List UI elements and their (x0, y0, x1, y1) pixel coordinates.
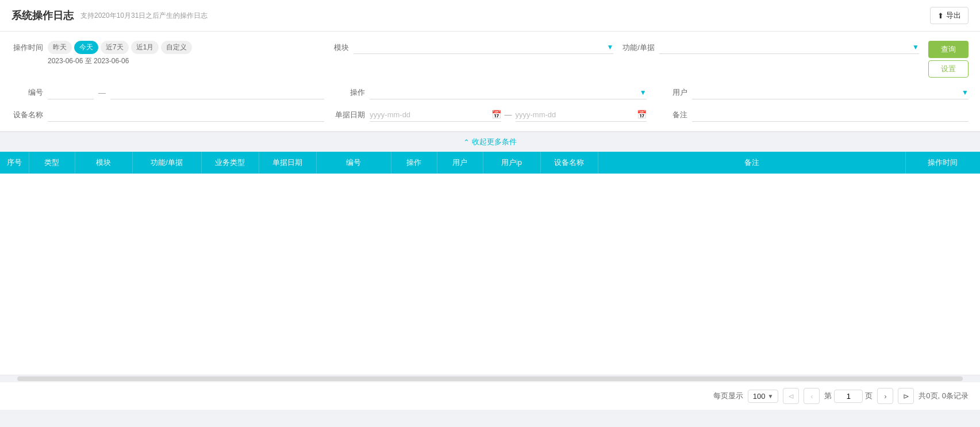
op-time-filter: 操作时间 昨天 今天 近7天 近1月 自定义 2023-06-06 至 2023… (11, 41, 308, 66)
date-from-box: yyyy-mm-dd 📅 (370, 107, 501, 122)
user-chevron-icon: ▼ (962, 89, 969, 97)
func-chevron-icon: ▼ (912, 43, 919, 51)
first-page-button[interactable]: ⊲ (783, 388, 799, 404)
operation-filter: 操作 ▼ (333, 86, 646, 99)
filter-row-2: 编号 — 操作 ▼ 用户 ▼ (11, 86, 969, 99)
user-filter: 用户 ▼ (656, 86, 969, 99)
last-page-button[interactable]: ⊳ (898, 388, 914, 404)
time-range-text: 2023-06-06 至 2023-06-06 (48, 57, 129, 65)
page-number-input[interactable] (834, 390, 863, 403)
user-select[interactable]: ▼ (692, 86, 969, 99)
page-size-value: 100 (753, 392, 766, 401)
col-func: 功能/单据 (132, 152, 201, 174)
code-filter: 编号 — (11, 86, 324, 99)
page-size-chevron-icon: ▼ (767, 393, 773, 399)
module-label: 模块 (317, 43, 349, 53)
device-input[interactable] (48, 108, 324, 122)
scrollbar-area[interactable] (0, 375, 980, 382)
operation-label: 操作 (333, 87, 365, 98)
func-filter: 功能/单据 ▼ (622, 41, 919, 54)
remark-input[interactable] (692, 108, 969, 122)
date-dash: — (505, 110, 512, 119)
total-info: 共0页, 0条记录 (918, 391, 969, 401)
next-page-button[interactable]: › (877, 388, 893, 404)
module-select[interactable]: ▼ (353, 41, 614, 54)
page-size-select[interactable]: 100 ▼ (748, 390, 779, 403)
page-label: 第 (824, 391, 832, 401)
device-filter: 设备名称 (11, 108, 324, 122)
func-select[interactable]: ▼ (659, 41, 919, 54)
collapse-label: 收起更多条件 (472, 137, 517, 147)
table-header-row: 序号 类型 模块 功能/单据 业务类型 单据日期 编号 操作 用户 用户ip 设… (0, 152, 980, 174)
col-remark: 备注 (598, 152, 905, 174)
shortcut-yesterday[interactable]: 昨天 (48, 41, 72, 54)
calendar-from-icon[interactable]: 📅 (491, 110, 501, 119)
pagination-bar: 每页显示 100 ▼ ⊲ ‹ 第 页 › ⊳ 共0页, 0条记录 (0, 382, 980, 410)
page-subtitle: 支持2020年10月31日之后产生的操作日志 (80, 11, 207, 21)
scrollbar-track (17, 376, 963, 381)
calendar-to-icon[interactable]: 📅 (637, 110, 647, 119)
export-button[interactable]: ⬆ 导出 (930, 7, 969, 24)
voucher-date-filter: 单据日期 yyyy-mm-dd 📅 — yyyy-mm-dd 📅 (333, 107, 646, 122)
date-to-placeholder: yyyy-mm-dd (516, 110, 635, 119)
device-label: 设备名称 (11, 110, 43, 120)
voucher-date-range: yyyy-mm-dd 📅 — yyyy-mm-dd 📅 (370, 107, 646, 122)
code-input-from[interactable] (48, 86, 94, 99)
filter-area: 操作时间 昨天 今天 近7天 近1月 自定义 2023-06-06 至 2023… (0, 32, 980, 132)
col-user-ip: 用户ip (483, 152, 540, 174)
col-op-time: 操作时间 (905, 152, 980, 174)
code-input-to[interactable] (110, 86, 324, 99)
title-area: 系统操作日志 支持2020年10月31日之后产生的操作日志 (11, 9, 207, 22)
filter-row-3: 设备名称 单据日期 yyyy-mm-dd 📅 — yyyy-mm-dd 📅 备注 (11, 107, 969, 122)
page-header: 系统操作日志 支持2020年10月31日之后产生的操作日志 ⬆ 导出 (0, 0, 980, 32)
collapse-chevron-icon: ⌃ (463, 138, 470, 147)
remark-filter: 备注 (656, 108, 969, 122)
empty-area (0, 174, 980, 375)
col-module: 模块 (75, 152, 132, 174)
table-area: 序号 类型 模块 功能/单据 业务类型 单据日期 编号 操作 用户 用户ip 设… (0, 152, 980, 375)
col-voucher-date: 单据日期 (259, 152, 316, 174)
shortcut-custom[interactable]: 自定义 (161, 41, 192, 54)
query-button[interactable]: 查询 (928, 41, 969, 58)
page-unit: 页 (865, 391, 873, 401)
col-seq: 序号 (0, 152, 29, 174)
op-time-label: 操作时间 (11, 43, 43, 53)
user-label: 用户 (656, 87, 687, 98)
col-operation: 操作 (391, 152, 437, 174)
shortcut-7days[interactable]: 近7天 (101, 41, 129, 54)
voucher-date-label: 单据日期 (333, 110, 365, 120)
col-biz-type: 业务类型 (201, 152, 259, 174)
settings-button[interactable]: 设置 (928, 60, 969, 78)
col-user: 用户 (437, 152, 483, 174)
col-code: 编号 (316, 152, 391, 174)
operation-select[interactable]: ▼ (370, 86, 646, 99)
export-label: 导出 (946, 10, 961, 21)
operation-chevron-icon: ▼ (640, 89, 647, 97)
code-dash: — (98, 89, 106, 97)
collapse-bar[interactable]: ⌃ 收起更多条件 (0, 132, 980, 152)
remark-label: 备注 (656, 110, 687, 120)
code-label: 编号 (11, 87, 43, 98)
shortcut-1month[interactable]: 近1月 (131, 41, 159, 54)
action-buttons: 查询 设置 (928, 41, 969, 78)
prev-page-button[interactable]: ‹ (804, 388, 820, 404)
page-input-area: 第 页 (824, 390, 873, 403)
time-shortcuts: 昨天 今天 近7天 近1月 自定义 (48, 41, 192, 54)
date-from-placeholder: yyyy-mm-dd (370, 110, 489, 119)
func-label: 功能/单据 (622, 43, 655, 53)
export-icon: ⬆ (937, 11, 944, 20)
page-size-label: 每页显示 (713, 391, 743, 401)
data-table: 序号 类型 模块 功能/单据 业务类型 单据日期 编号 操作 用户 用户ip 设… (0, 152, 980, 174)
date-to-box: yyyy-mm-dd 📅 (516, 107, 647, 122)
table-header: 序号 类型 模块 功能/单据 业务类型 单据日期 编号 操作 用户 用户ip 设… (0, 152, 980, 174)
filter-row-1: 操作时间 昨天 今天 近7天 近1月 自定义 2023-06-06 至 2023… (11, 41, 969, 78)
module-filter: 模块 ▼ (317, 41, 614, 54)
col-type: 类型 (29, 152, 75, 174)
module-chevron-icon: ▼ (606, 43, 613, 51)
page-title: 系统操作日志 (11, 9, 74, 22)
col-device: 设备名称 (540, 152, 598, 174)
shortcut-today[interactable]: 今天 (74, 41, 98, 54)
